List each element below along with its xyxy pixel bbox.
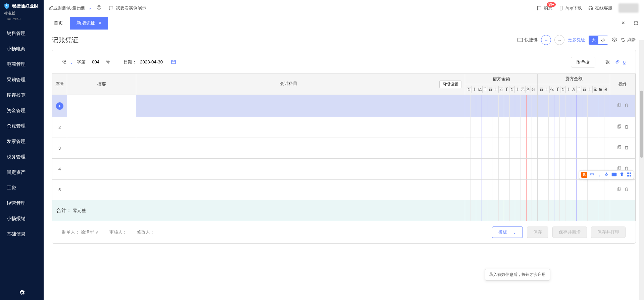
app-download[interactable]: App下载 <box>558 5 582 11</box>
size-small[interactable]: 小 <box>598 36 608 44</box>
account-cell[interactable] <box>136 95 465 117</box>
skin-icon[interactable] <box>620 172 624 178</box>
voucher-number-input[interactable] <box>89 59 102 65</box>
seq-cell: 3 <box>52 138 67 159</box>
ime-lang[interactable]: 中 <box>590 172 594 178</box>
nav-item[interactable]: 小畅电商 <box>0 41 44 57</box>
nav-item[interactable]: 总账管理 <box>0 118 44 134</box>
copy-icon[interactable] <box>617 125 622 130</box>
menu-icon[interactable] <box>627 172 632 178</box>
svg-rect-21 <box>627 172 629 174</box>
main: 好业财测试-量勿删 ⌄ 我要看实例演示 消息 99+ App下载 <box>44 0 644 300</box>
tab-new-voucher[interactable]: 新增凭证 × <box>70 17 108 30</box>
ime-bar[interactable]: S 中 ， <box>579 170 634 179</box>
nav-item[interactable]: 工资 <box>0 180 44 196</box>
delete-icon[interactable] <box>624 104 629 109</box>
svg-rect-14 <box>617 146 620 149</box>
nav-item[interactable]: 经营管理 <box>0 196 44 211</box>
ime-comma[interactable]: ， <box>597 172 601 178</box>
date-input[interactable] <box>139 59 169 65</box>
nav-item[interactable]: 销售管理 <box>0 26 44 41</box>
copy-icon[interactable] <box>617 104 622 109</box>
close-all-button[interactable]: ✕ <box>618 18 628 28</box>
tab-home[interactable]: 首页 <box>47 17 70 30</box>
debit-cell[interactable] <box>465 159 538 180</box>
credit-cell[interactable] <box>538 95 610 117</box>
copy-icon[interactable] <box>617 188 622 193</box>
next-button[interactable]: → <box>554 35 564 45</box>
summary-cell[interactable] <box>67 95 136 117</box>
more-voucher-link[interactable]: 更多凭证 <box>568 37 585 43</box>
debit-cell[interactable] <box>465 138 538 159</box>
chevron-down-icon[interactable]: ⌄ <box>70 60 73 65</box>
scrollbar[interactable] <box>639 40 644 300</box>
logo-icon <box>3 3 10 9</box>
table-row[interactable]: 4 <box>52 159 636 180</box>
attach-button[interactable]: 附单据 <box>571 57 595 67</box>
credit-cell[interactable] <box>538 138 610 159</box>
paperclip-icon[interactable] <box>615 59 620 65</box>
edit-icon[interactable] <box>95 230 99 234</box>
nav-item[interactable]: 资金管理 <box>0 103 44 118</box>
delete-icon[interactable] <box>624 125 629 130</box>
fullscreen-button[interactable] <box>631 18 641 28</box>
account-cell[interactable] <box>136 180 465 200</box>
summary-cell[interactable] <box>67 159 136 180</box>
delete-icon[interactable] <box>624 146 629 151</box>
refresh-button[interactable]: 刷新 <box>621 37 636 43</box>
debit-cell[interactable] <box>465 95 538 117</box>
account-cell[interactable] <box>136 117 465 138</box>
size-big[interactable]: 大 <box>589 36 598 44</box>
credit-cell[interactable] <box>538 117 610 138</box>
avatar[interactable] <box>618 3 639 13</box>
close-icon[interactable]: × <box>99 20 101 26</box>
nav-item[interactable]: 税务管理 <box>0 149 44 165</box>
template-button[interactable]: 模板 ⌄ <box>492 227 523 238</box>
message-button[interactable]: 消息 99+ <box>537 5 552 11</box>
credit-cell[interactable] <box>538 180 610 200</box>
keyboard-icon[interactable] <box>611 172 617 178</box>
org-selector[interactable]: 好业财测试-量勿删 ⌄ <box>49 5 92 11</box>
habit-button[interactable]: 习惯设置 <box>439 81 461 88</box>
online-service[interactable]: 在线客服 <box>588 5 612 11</box>
mic-icon[interactable] <box>604 172 609 178</box>
account-cell[interactable] <box>136 159 465 180</box>
delete-icon[interactable] <box>624 188 629 193</box>
shortcut-button[interactable]: 快捷键 <box>517 37 538 43</box>
nav-item[interactable]: 基础信息 <box>0 227 44 242</box>
voucher-type[interactable]: 记 <box>62 59 66 65</box>
svg-rect-17 <box>618 166 621 169</box>
nav-item[interactable]: 发票管理 <box>0 134 44 149</box>
settings-button[interactable] <box>0 286 44 300</box>
visibility-button[interactable] <box>611 37 617 44</box>
nav-item-cut[interactable]: 合同归 <box>0 18 44 26</box>
calendar-icon[interactable] <box>171 59 176 65</box>
digit-label: 十 <box>566 86 571 93</box>
table-row[interactable]: 3 <box>52 138 636 159</box>
nav-item[interactable]: 电商管理 <box>0 57 44 72</box>
add-row-button[interactable]: + <box>56 102 63 110</box>
prev-button[interactable]: ← <box>541 35 551 45</box>
table-row[interactable]: 5 <box>52 180 636 200</box>
scroll-thumb[interactable] <box>640 91 643 158</box>
summary-input[interactable] <box>68 96 135 115</box>
nav-item[interactable]: 小畅报销 <box>0 211 44 227</box>
svg-rect-6 <box>171 60 176 64</box>
nav-item[interactable]: 固定资产 <box>0 165 44 180</box>
table-row[interactable]: 2 <box>52 117 636 138</box>
nav-item[interactable]: 库存核算 <box>0 88 44 103</box>
settings-icon[interactable] <box>96 5 102 11</box>
debit-cell[interactable] <box>465 180 538 200</box>
svg-rect-12 <box>617 126 620 128</box>
summary-cell[interactable] <box>67 180 136 200</box>
debit-cell[interactable] <box>465 117 538 138</box>
summary-cell[interactable] <box>67 117 136 138</box>
table-row[interactable]: + <box>52 95 636 117</box>
save-button: 保存 <box>527 227 548 238</box>
page-header: 记账凭证 快捷键 ← → 更多凭证 大 小 刷新 <box>44 30 644 50</box>
nav-item[interactable]: 采购管理 <box>0 72 44 88</box>
copy-icon[interactable] <box>617 146 622 151</box>
demo-link[interactable]: 我要看实例演示 <box>108 5 146 11</box>
summary-cell[interactable] <box>67 138 136 159</box>
account-cell[interactable] <box>136 138 465 159</box>
